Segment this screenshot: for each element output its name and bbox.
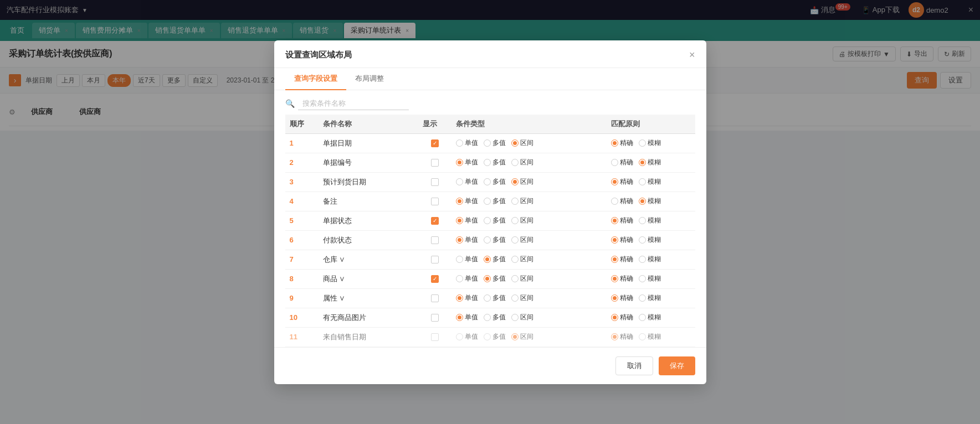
tab-layout[interactable]: 布局调整 [346,68,393,90]
modal-overlay: 设置查询区域布局 × 查询字段设置 布局调整 🔍 顺序 条件名称 显示 条件类型 [0,0,980,131]
search-icon: 🔍 [285,99,295,108]
tab-query-fields-label: 查询字段设置 [294,74,337,82]
settings-dialog: 设置查询区域布局 × 查询字段设置 布局调整 🔍 顺序 条件名称 显示 条件类型 [274,40,706,131]
dialog-title: 设置查询区域布局 [285,50,352,60]
col-type: 条件类型 [451,119,607,129]
tab-layout-label: 布局调整 [355,74,384,82]
col-match: 匹配原则 [607,119,706,129]
search-input[interactable] [298,97,409,110]
dialog-table: 顺序 条件名称 显示 条件类型 匹配原则 1 单据日期 单值 [274,115,706,131]
col-show: 显示 [418,119,451,129]
table-header: 顺序 条件名称 显示 条件类型 匹配原则 [285,115,695,131]
dialog-search-area: 🔍 [274,90,706,115]
dialog-header: 设置查询区域布局 × [274,40,706,68]
dialog-tabs: 查询字段设置 布局调整 [274,68,706,90]
col-order: 顺序 [285,119,319,129]
tab-query-fields[interactable]: 查询字段设置 [285,68,346,90]
dialog-close-btn[interactable]: × [689,49,695,61]
col-name: 条件名称 [319,119,418,129]
